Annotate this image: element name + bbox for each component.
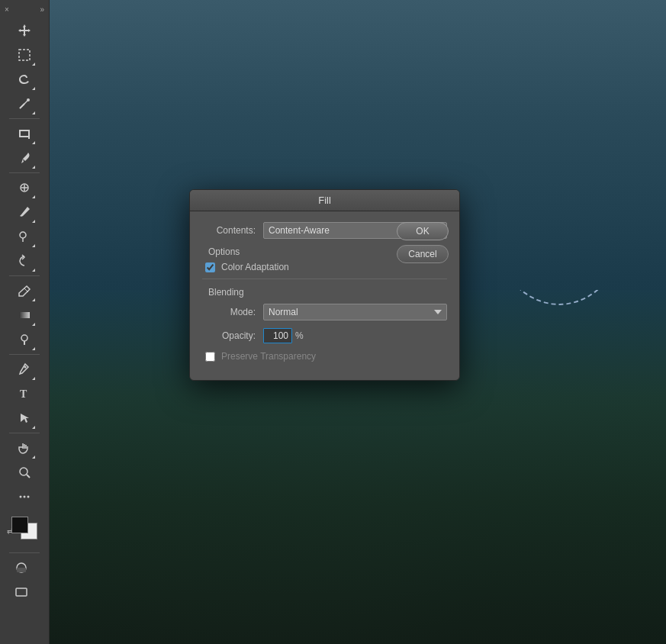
preserve-transparency-checkbox[interactable] <box>205 352 215 362</box>
svg-point-18 <box>27 496 30 498</box>
hand-tool-button[interactable] <box>12 436 37 460</box>
eraser-tool-button[interactable] <box>12 279 37 303</box>
toolbar-expand-button[interactable]: » <box>40 5 44 14</box>
spot-heal-tool-button[interactable] <box>12 175 37 200</box>
tool-divider-1 <box>9 118 40 119</box>
opacity-row: Opacity: % <box>202 328 447 343</box>
ok-button[interactable]: OK <box>397 222 449 240</box>
tool-divider-6 <box>9 552 40 553</box>
selection-marquee <box>483 130 635 305</box>
type-tool-button[interactable]: T <box>12 382 37 406</box>
dialog-buttons: OK Cancel <box>397 222 449 263</box>
pen-tool-button[interactable] <box>12 357 37 382</box>
gradient-tool-button[interactable] <box>12 303 37 327</box>
foreground-color-swatch[interactable] <box>11 517 28 533</box>
marquee-tool-button[interactable] <box>12 43 37 67</box>
tool-divider-4 <box>9 354 40 355</box>
mode-label: Mode: <box>202 307 263 317</box>
svg-rect-9 <box>19 312 30 318</box>
history-brush-tool-button[interactable] <box>12 249 37 273</box>
eyedropper-tool-button[interactable] <box>12 146 37 170</box>
svg-point-17 <box>24 496 26 498</box>
toolbar-close-button[interactable]: × <box>5 5 9 14</box>
preserve-transparency-label[interactable]: Preserve Transparency <box>221 351 316 362</box>
brush-tool-button[interactable] <box>12 200 37 224</box>
blending-section-label: Blending <box>208 287 244 298</box>
change-screen-mode-button[interactable] <box>9 580 34 604</box>
preserve-transparency-row: Preserve Transparency <box>202 351 447 362</box>
toolbar-header: × » <box>0 4 49 15</box>
svg-point-12 <box>24 366 27 369</box>
svg-text:T: T <box>20 388 27 400</box>
svg-point-1 <box>27 98 30 101</box>
svg-line-15 <box>27 475 30 478</box>
svg-rect-20 <box>17 568 26 572</box>
lasso-tool-button[interactable] <box>12 67 37 92</box>
svg-point-16 <box>20 496 22 498</box>
fill-dialog: Fill Contents: Content-AwareForeground C… <box>189 189 460 381</box>
svg-line-8 <box>24 288 28 292</box>
move-tool-button[interactable] <box>12 18 37 43</box>
svg-point-6 <box>20 232 26 238</box>
tool-divider-2 <box>9 172 40 173</box>
clone-stamp-tool-button[interactable] <box>12 224 37 249</box>
dialog-titlebar: Fill <box>190 190 459 211</box>
zoom-tool-button[interactable] <box>12 460 37 485</box>
opacity-label: Opacity: <box>202 330 263 341</box>
svg-rect-0 <box>19 50 30 60</box>
color-adaptation-checkbox[interactable] <box>205 262 215 272</box>
color-adaptation-row: Color Adaptation <box>202 262 447 272</box>
svg-point-14 <box>20 468 27 475</box>
blending-divider <box>202 279 447 279</box>
mode-row: Mode: NormalDissolveDarkenMultiplyColor … <box>202 304 447 320</box>
dodge-tool-button[interactable] <box>12 327 37 352</box>
dialog-title: Fill <box>318 195 331 206</box>
bottom-tools <box>9 550 40 604</box>
more-tools-button[interactable] <box>12 485 37 509</box>
crop-tool-button[interactable] <box>12 121 37 146</box>
color-adaptation-label[interactable]: Color Adaptation <box>221 262 289 272</box>
magic-wand-tool-button[interactable] <box>12 92 37 116</box>
svg-rect-21 <box>16 588 27 596</box>
path-select-tool-button[interactable] <box>12 406 37 430</box>
svg-line-2 <box>20 104 24 108</box>
opacity-unit: % <box>295 330 304 341</box>
cancel-button[interactable]: Cancel <box>397 245 449 263</box>
color-swatches: ⇄ <box>5 517 43 544</box>
tool-divider-5 <box>9 433 40 433</box>
tool-divider-3 <box>9 275 40 276</box>
mode-select[interactable]: NormalDissolveDarkenMultiplyColor BurnLi… <box>263 304 447 320</box>
opacity-input[interactable] <box>263 328 292 343</box>
options-section-label: Options <box>208 246 240 257</box>
quick-mask-button[interactable] <box>9 555 34 580</box>
toolbar: × » <box>0 0 50 644</box>
svg-point-10 <box>21 335 27 341</box>
contents-label: Contents: <box>202 225 263 236</box>
